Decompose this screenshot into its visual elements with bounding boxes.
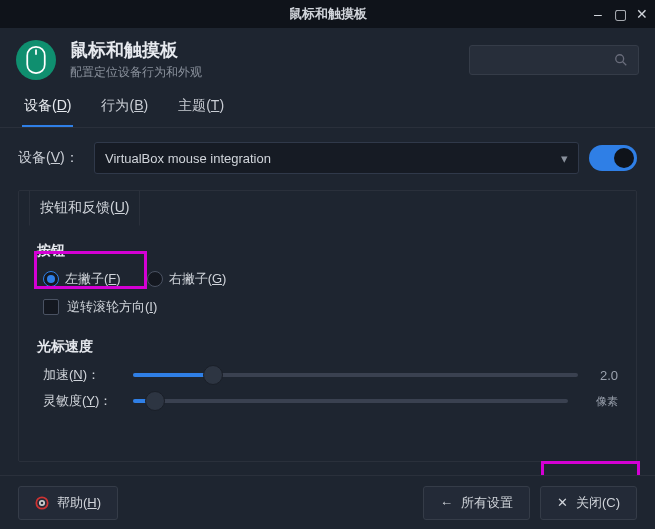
cursor-speed-heading: 光标速度 <box>37 338 618 356</box>
reverse-scroll-row[interactable]: 逆转滚轮方向(I) <box>43 298 618 316</box>
acceleration-value: 2.0 <box>578 368 618 383</box>
close-button[interactable]: ✕ 关闭(C) <box>540 486 637 520</box>
titlebar: 鼠标和触摸板 – ▢ ✕ <box>0 0 655 28</box>
right-handed-radio[interactable]: 右撇子(G) <box>147 270 227 288</box>
handedness-radios: 左撇子(F) 右撇子(G) <box>43 270 618 288</box>
tab-devices[interactable]: 设备(D) <box>22 91 73 127</box>
device-row: 设备(V)： VirtualBox mouse integration ▾ <box>18 142 637 174</box>
close-icon[interactable]: ✕ <box>635 7 649 21</box>
sensitivity-row: 灵敏度(Y)： 像素 <box>43 392 618 410</box>
search-input[interactable] <box>469 45 639 75</box>
page-title: 鼠标和触摸板 <box>70 38 202 62</box>
buttons-feedback-group: 按钮和反馈(U) 按钮 左撇子(F) 右撇子(G) 逆转滚轮方向(I) <box>18 190 637 462</box>
acceleration-slider[interactable] <box>133 366 578 384</box>
radio-icon <box>43 271 59 287</box>
window-controls: – ▢ ✕ <box>591 0 649 28</box>
tab-theme[interactable]: 主题(T) <box>176 91 226 127</box>
content: 设备(V)： VirtualBox mouse integration ▾ 按钮… <box>0 128 655 462</box>
close-icon: ✕ <box>557 495 568 510</box>
svg-line-1 <box>623 61 627 65</box>
buttons-heading: 按钮 <box>37 242 618 260</box>
maximize-icon[interactable]: ▢ <box>613 7 627 21</box>
acceleration-row: 加速(N)： 2.0 <box>43 366 618 384</box>
reverse-scroll-label: 逆转滚轮方向(I) <box>67 298 157 316</box>
sensitivity-slider[interactable] <box>133 392 568 410</box>
minimize-icon[interactable]: – <box>591 7 605 21</box>
lifebuoy-icon <box>35 496 49 510</box>
checkbox-icon <box>43 299 59 315</box>
arrow-left-icon: ← <box>440 495 453 510</box>
svg-point-0 <box>616 54 624 62</box>
help-button[interactable]: 帮助(H) <box>18 486 118 520</box>
chevron-down-icon: ▾ <box>561 151 568 166</box>
tabs: 设备(D) 行为(B) 主题(T) <box>0 87 655 128</box>
group-tab-buttons-feedback[interactable]: 按钮和反馈(U) <box>29 190 140 226</box>
header-text: 鼠标和触摸板 配置定位设备行为和外观 <box>70 38 202 81</box>
svg-point-2 <box>36 497 47 508</box>
window-title: 鼠标和触摸板 <box>289 5 367 23</box>
search-icon <box>614 53 628 67</box>
svg-point-3 <box>40 500 44 504</box>
left-handed-radio[interactable]: 左撇子(F) <box>43 270 121 288</box>
tab-behavior[interactable]: 行为(B) <box>99 91 150 127</box>
help-label: 帮助(H) <box>57 494 101 512</box>
page-subtitle: 配置定位设备行为和外观 <box>70 64 202 81</box>
acceleration-label: 加速(N)： <box>43 366 133 384</box>
device-value: VirtualBox mouse integration <box>105 151 271 166</box>
mouse-icon <box>16 40 56 80</box>
device-toggle[interactable] <box>589 145 637 171</box>
left-handed-label: 左撇子(F) <box>65 270 121 288</box>
radio-icon <box>147 271 163 287</box>
sensitivity-unit: 像素 <box>568 394 618 409</box>
bottom-bar: 帮助(H) ← 所有设置 ✕ 关闭(C) <box>0 475 655 529</box>
all-settings-button[interactable]: ← 所有设置 <box>423 486 530 520</box>
close-label: 关闭(C) <box>576 494 620 512</box>
sensitivity-label: 灵敏度(Y)： <box>43 392 133 410</box>
all-settings-label: 所有设置 <box>461 494 513 512</box>
right-handed-label: 右撇子(G) <box>169 270 227 288</box>
header: 鼠标和触摸板 配置定位设备行为和外观 <box>0 28 655 87</box>
device-combo[interactable]: VirtualBox mouse integration ▾ <box>94 142 579 174</box>
device-label: 设备(V)： <box>18 149 84 167</box>
